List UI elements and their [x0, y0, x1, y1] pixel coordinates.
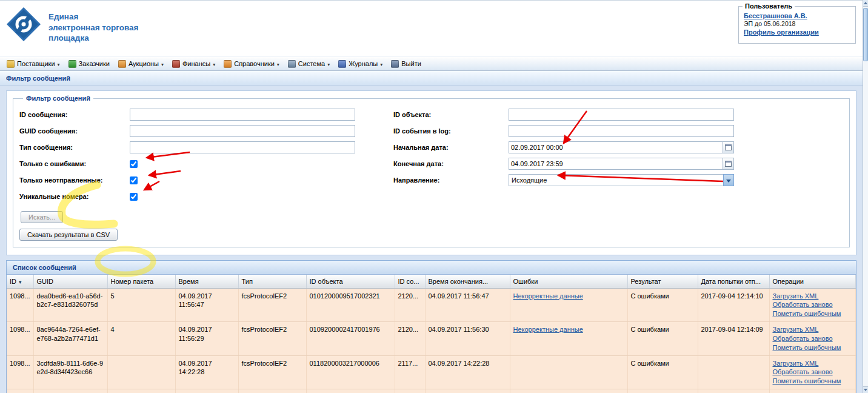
table-row[interactable]: 1098... 98ad378b-9895-99... 5 04.09.2017…	[7, 389, 856, 393]
cell-result: С ошибками	[627, 355, 698, 389]
cell-operations: Загрузить XML Обработать заново Пометить…	[769, 322, 856, 356]
menu-item-auctions[interactable]: Аукционы	[115, 59, 169, 69]
up-arrow-icon	[864, 2, 867, 4]
cell-result: С ошибками	[627, 322, 698, 356]
error-details-link[interactable]: Некорректные данные	[513, 326, 583, 333]
chevron-down-icon	[277, 60, 279, 67]
end-date-label: Конечная дата:	[393, 160, 509, 167]
col-header-object-id[interactable]: ID объекта	[306, 275, 395, 288]
menu-item-reference[interactable]: Справочники	[221, 59, 285, 69]
scrollbar-thumb[interactable]	[863, 8, 868, 61]
vertical-scrollbar[interactable]	[863, 0, 868, 393]
menu-label: Аукционы	[129, 60, 159, 67]
cell-time: 04.09.2017 11:56:47	[175, 288, 238, 322]
message-guid-input[interactable]	[130, 125, 355, 137]
page-title: Фильтр сообщений	[6, 75, 70, 82]
cell-attempt-date	[698, 389, 769, 393]
direction-label: Направление:	[393, 176, 509, 184]
logo-title: Единая электронная торговая площадка	[48, 7, 138, 44]
cell-packet: 5	[107, 288, 175, 322]
col-header-id[interactable]: ID	[7, 275, 33, 288]
op-load-xml-link[interactable]: Загрузить XML	[773, 359, 853, 368]
message-id-label: ID сообщения:	[19, 111, 130, 118]
menu-item-suppliers[interactable]: Поставщики	[4, 59, 65, 69]
col-header-operations[interactable]: Операции	[769, 275, 856, 288]
op-mark-error-link[interactable]: Пометить ошибочным	[773, 343, 853, 352]
only-unsent-checkbox[interactable]	[130, 176, 138, 184]
op-load-xml-link[interactable]: Загрузить XML	[773, 325, 853, 334]
chevron-down-icon	[327, 60, 330, 67]
menu-label: Заказчики	[79, 60, 110, 67]
scrollbar-up-button[interactable]	[863, 0, 868, 7]
cell-operations: Загрузить XML Обработать заново Пометить…	[769, 389, 856, 393]
exit-icon	[391, 60, 399, 68]
cell-time: 04.09.2017 14:22:28	[175, 355, 238, 389]
cell-packet	[107, 355, 175, 389]
op-load-xml-link[interactable]: Загрузить XML	[773, 292, 853, 301]
logo-block[interactable]: Единая электронная торговая площадка	[6, 7, 138, 44]
col-header-end-time[interactable]: Время окончания...	[425, 275, 510, 288]
col-header-time[interactable]: Время	[175, 275, 238, 288]
download-csv-button[interactable]: Скачать результаты в CSV	[19, 229, 118, 241]
menu-item-finance[interactable]: Финансы	[169, 59, 221, 69]
messages-grid-panel: Список сообщений ID GUID Номер пакета Вр…	[6, 260, 856, 393]
scrollbar-down-button[interactable]	[863, 386, 868, 393]
table-row[interactable]: 1098... dea0bed6-ea10-a56d-b2c7-e831d326…	[7, 288, 856, 322]
only-unsent-label: Только неотправленные:	[19, 176, 130, 184]
search-button[interactable]: Искать...	[21, 211, 63, 223]
cell-errors: Некорректные данные	[510, 389, 627, 393]
cell-end-time: 04.09.2017 09:54:49	[425, 389, 510, 393]
table-row[interactable]: 1098... 8ac9644a-7264-e6ef-e768-a2b2a774…	[7, 322, 856, 356]
start-date-input[interactable]	[509, 141, 723, 153]
cell-result: С ошибками	[627, 389, 698, 393]
menu-item-system[interactable]: Система	[285, 59, 335, 69]
direction-select[interactable]: Исходящие	[509, 174, 734, 186]
op-mark-error-link[interactable]: Пометить ошибочным	[773, 377, 853, 386]
reference-icon	[224, 60, 232, 68]
table-row[interactable]: 1098... 3cdfda9b-8111-6d6e-9e2d-8d34f423…	[7, 355, 856, 389]
menu-item-journals[interactable]: Журналы	[335, 59, 388, 69]
cell-end-time: 04.09.2017 11:56:30	[425, 322, 510, 356]
cell-time: 04.09.2017 11:56:29	[175, 322, 238, 356]
cell-id: 1098...	[7, 389, 33, 393]
object-id-input[interactable]	[509, 109, 734, 121]
col-header-errors[interactable]: Ошибки	[510, 275, 627, 288]
col-header-type[interactable]: Тип	[238, 275, 306, 288]
cell-end-time: 04.09.2017 14:22:28	[425, 355, 510, 389]
cell-time: 04.09.2017	[175, 389, 238, 393]
unique-numbers-checkbox[interactable]	[130, 193, 138, 201]
end-date-calendar-button[interactable]	[723, 158, 734, 170]
chevron-down-icon	[161, 60, 164, 67]
chevron-down-icon	[58, 60, 60, 67]
start-date-calendar-button[interactable]	[723, 141, 734, 153]
col-header-result[interactable]: Результат	[627, 275, 698, 288]
customers-icon	[68, 60, 76, 68]
message-id-input[interactable]	[130, 109, 355, 121]
col-header-attempt-date[interactable]: Дата попытки отп...	[698, 275, 769, 288]
message-type-input[interactable]	[130, 141, 355, 153]
cell-type: fcsProtocolEF2	[238, 288, 306, 322]
org-profile-link[interactable]: Профиль организации	[744, 29, 850, 36]
op-reprocess-link[interactable]: Обработать заново	[773, 334, 853, 343]
op-mark-error-link[interactable]: Пометить ошибочным	[773, 309, 853, 318]
event-log-id-input[interactable]	[509, 125, 734, 137]
object-id-label: ID объекта:	[393, 111, 509, 118]
chevron-down-icon[interactable]	[723, 174, 734, 186]
menu-label: Поставщики	[17, 60, 55, 67]
cell-operations: Загрузить XML Обработать заново Пометить…	[769, 355, 856, 389]
col-header-guid[interactable]: GUID	[33, 275, 107, 288]
col-header-packet[interactable]: Номер пакета	[107, 275, 175, 288]
end-date-input[interactable]	[509, 158, 723, 170]
cell-type: fcsProtocolEF2	[238, 355, 306, 389]
col-header-label: ID	[10, 278, 16, 285]
error-details-link[interactable]: Некорректные данные	[513, 292, 583, 300]
event-log-id-label: ID события в log:	[393, 127, 509, 135]
only-errors-checkbox[interactable]	[130, 160, 138, 168]
col-header-id-so[interactable]: ID со...	[395, 275, 425, 288]
menu-item-customers[interactable]: Заказчики	[65, 59, 115, 69]
menu-item-exit[interactable]: Выйти	[388, 59, 427, 69]
op-reprocess-link[interactable]: Обработать заново	[773, 368, 853, 377]
user-name-link[interactable]: Бесстрашнова А.В.	[744, 12, 850, 19]
content-area: Фильтр сообщений ID сообщения: GUID сооб…	[0, 86, 863, 393]
op-reprocess-link[interactable]: Обработать заново	[773, 300, 853, 309]
